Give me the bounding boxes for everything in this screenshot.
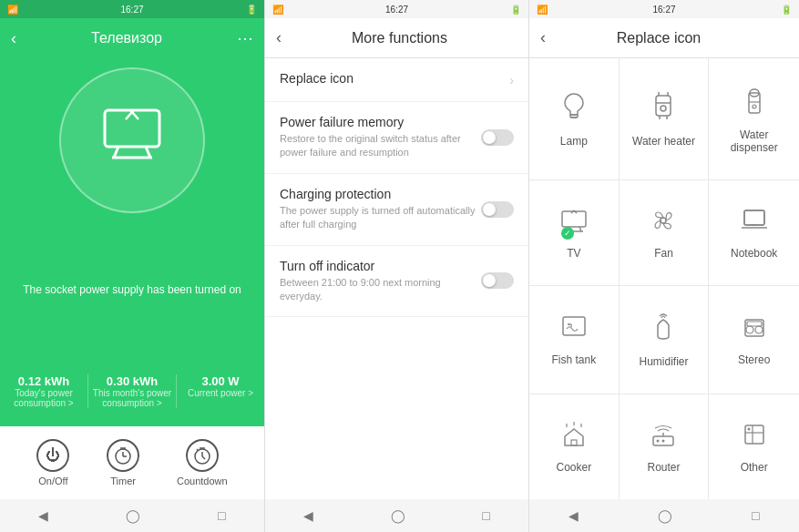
water-heater-icon-cell[interactable]: Water heater (620, 58, 710, 180)
svg-rect-41 (745, 320, 763, 336)
fan-icon-cell[interactable]: Fan (620, 180, 710, 286)
humidifier-icon (649, 311, 678, 350)
turn-off-indicator-desc: Between 21:00 to 9:00 next morning every… (280, 276, 481, 304)
tv-control-panel: 📶 16:27 🔋 ‹ Телевизор ⋯ The socket power… (0, 0, 264, 532)
fish-tank-icon (559, 312, 589, 348)
svg-point-51 (657, 440, 660, 443)
chevron-icon-replace: › (509, 73, 514, 87)
water-heater-label: Water heater (632, 135, 695, 148)
nav-back-2[interactable]: ◀ (303, 508, 313, 523)
stereo-icon-cell[interactable]: Stereo (709, 286, 799, 395)
stat-today-value: 0.12 kWh (0, 374, 87, 388)
stat-current-value: 3.00 W (177, 374, 264, 388)
power-failure-item[interactable]: Power failure memory Restore to the orig… (265, 102, 528, 174)
icon-grid: Lamp Water heater (529, 58, 799, 499)
water-dispenser-label: Water dispenser (716, 128, 792, 154)
nav-recent-3[interactable]: □ (752, 508, 759, 523)
status-time-1: 16:27 (120, 5, 143, 15)
power-failure-title: Power failure memory (280, 115, 481, 129)
stat-month[interactable]: 0.30 kWh This month's power consumption … (88, 374, 177, 408)
svg-point-43 (755, 326, 763, 333)
timer-icon (107, 439, 139, 472)
svg-rect-35 (744, 210, 764, 225)
stat-today[interactable]: 0.12 kWh Today's power consumption > (0, 374, 88, 408)
cooker-icon (559, 420, 589, 455)
other-icon-cell[interactable]: Other (709, 394, 799, 499)
notebook-icon-cell[interactable]: Notebook (709, 180, 799, 286)
lamp-icon-cell[interactable]: Lamp (529, 58, 620, 180)
svg-rect-44 (747, 322, 762, 326)
svg-rect-28 (562, 211, 586, 227)
timer-button[interactable]: Timer (107, 439, 139, 486)
svg-rect-0 (105, 110, 159, 147)
charging-protection-toggle[interactable] (481, 201, 514, 218)
nav-home-2[interactable]: ◯ (391, 508, 405, 523)
water-heater-icon (649, 90, 678, 129)
countdown-button[interactable]: Countdown (177, 439, 228, 486)
nav-recent-1[interactable]: □ (218, 508, 225, 523)
onoff-label: On/Off (38, 476, 67, 486)
stat-month-label: This month's power consumption > (88, 388, 176, 408)
svg-point-21 (661, 106, 666, 111)
humidifier-icon-cell[interactable]: Humidifier (620, 286, 710, 395)
notebook-icon (740, 206, 769, 241)
back-button-3[interactable]: ‹ (540, 28, 546, 47)
fan-label: Fan (654, 247, 673, 260)
p2-status-time: 16:27 (385, 5, 408, 15)
tv-label: TV (567, 247, 580, 260)
replace-icon-item[interactable]: Replace icon › (265, 58, 528, 102)
other-label: Other (741, 461, 768, 474)
panel1-content: The socket power supply has been turned … (0, 58, 264, 426)
panel1-header: ‹ Телевизор ⋯ (0, 18, 264, 58)
panel2-nav: ◀ ◯ □ (265, 499, 528, 532)
onoff-button[interactable]: ⏻ On/Off (36, 439, 69, 486)
p3-status-time: 16:27 (652, 5, 675, 15)
more-button-1[interactable]: ⋯ (237, 28, 253, 48)
turn-off-indicator-toggle[interactable] (481, 272, 514, 289)
water-dispenser-icon-cell[interactable]: Water dispenser (709, 58, 799, 180)
charging-protection-item[interactable]: Charging protection The power supply is … (265, 174, 528, 246)
power-failure-toggle[interactable] (481, 129, 514, 146)
p2-status-left: 📶 (272, 5, 283, 15)
tv-icon-cell[interactable]: ✓ TV (529, 180, 620, 286)
panel2-title: More functions (282, 30, 517, 46)
back-button-1[interactable]: ‹ (11, 29, 16, 48)
nav-home-1[interactable]: ◯ (126, 508, 140, 523)
fan-icon (649, 206, 678, 241)
svg-point-52 (662, 440, 665, 443)
stat-current-label: Current power > (177, 388, 264, 398)
panel3-title: Replace icon (553, 30, 764, 46)
svg-rect-38 (744, 210, 764, 225)
stat-current[interactable]: 3.00 W Current power > (177, 374, 264, 408)
onoff-icon: ⏻ (36, 439, 69, 472)
nav-back-1[interactable]: ◀ (38, 508, 48, 523)
router-icon (649, 420, 678, 455)
nav-recent-2[interactable]: □ (482, 508, 489, 523)
cooker-icon-cell[interactable]: Cooker (529, 394, 620, 499)
stereo-icon (740, 312, 769, 348)
lamp-label: Lamp (560, 135, 588, 148)
panel1-controls: ⏻ On/Off Timer (0, 426, 264, 499)
timer-label: Timer (110, 476, 136, 486)
svg-line-1 (114, 147, 118, 158)
svg-line-2 (146, 147, 150, 158)
fish-tank-icon-cell[interactable]: Fish tank (529, 286, 620, 395)
other-icon (740, 420, 769, 455)
tv-circle (59, 67, 205, 213)
p2-status-right: 🔋 (510, 5, 521, 15)
nav-home-3[interactable]: ◯ (658, 508, 672, 523)
svg-point-42 (746, 326, 753, 333)
power-status-text: The socket power supply has been turned … (5, 274, 259, 305)
power-stats: 0.12 kWh Today's power consumption > 0.3… (0, 365, 264, 417)
svg-point-27 (753, 105, 756, 108)
more-functions-panel: 📶 16:27 🔋 ‹ More functions Replace icon … (264, 0, 528, 532)
turn-off-indicator-item[interactable]: Turn off indicator Between 21:00 to 9:00… (265, 246, 528, 318)
tv-check-badge: ✓ (561, 227, 574, 240)
router-icon-cell[interactable]: Router (620, 394, 710, 499)
lamp-icon (559, 90, 589, 129)
nav-back-3[interactable]: ◀ (569, 508, 579, 523)
status-bar-2: 📶 16:27 🔋 (265, 0, 528, 18)
svg-point-40 (568, 323, 569, 325)
charging-protection-desc: The power supply is turned off automatic… (280, 204, 481, 232)
turn-off-indicator-title: Turn off indicator (280, 259, 481, 273)
